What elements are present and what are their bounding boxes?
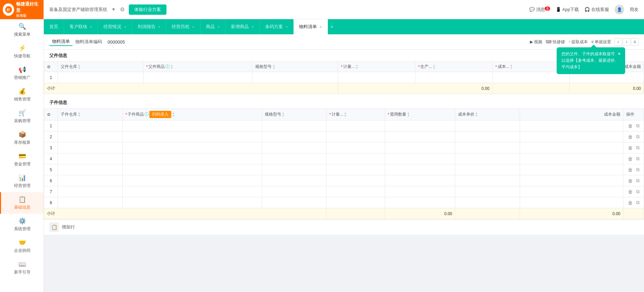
add-row-btn[interactable]: 📋 xyxy=(49,222,59,232)
child-unit-cost-cell-2[interactable] xyxy=(455,131,520,142)
delete-icon-8[interactable]: 🗑 xyxy=(627,200,633,206)
copy-icon-5[interactable]: ⧉ xyxy=(635,167,641,173)
child-goods-cell-8[interactable] xyxy=(122,197,262,208)
message-btn[interactable]: 💬 消息 6 xyxy=(529,7,550,13)
child-warehouse-cell-5[interactable] xyxy=(58,164,123,175)
nav-tab-new-goods[interactable]: 新增商品× xyxy=(225,19,259,34)
child-qty-cell-4[interactable] xyxy=(385,153,455,164)
parent-goods-cell[interactable] xyxy=(143,72,252,83)
child-unit-cost-cell-6[interactable] xyxy=(455,175,520,186)
child-spec-cell-2[interactable] xyxy=(262,131,326,142)
child-unit-cost-cell-7[interactable] xyxy=(455,186,520,197)
scan-btn[interactable]: 扫码录入 xyxy=(149,111,171,118)
nav-tab-close-bom[interactable]: × xyxy=(320,25,322,29)
child-unit-cost-cell-3[interactable] xyxy=(455,142,520,153)
nav-tab-close-goods[interactable]: × xyxy=(218,25,220,29)
nav-tab-history[interactable]: 经营历程× xyxy=(166,19,200,34)
delete-icon-1[interactable]: 🗑 xyxy=(627,123,633,129)
child-goods-cell-2[interactable] xyxy=(122,131,262,142)
dropdown-icon[interactable]: ▼ xyxy=(111,7,116,12)
child-unit-cell-3[interactable] xyxy=(326,142,385,153)
child-goods-cell-5[interactable] xyxy=(122,164,262,175)
child-unit-cell-5[interactable] xyxy=(326,164,385,175)
child-unit-cost-cell-1[interactable] xyxy=(455,120,520,131)
sidebar-item-system[interactable]: ⚙️系统管理 xyxy=(0,214,44,235)
th-settings-child[interactable]: ⚙ xyxy=(44,109,58,120)
child-unit-cell-1[interactable] xyxy=(326,120,385,131)
delete-icon-6[interactable]: 🗑 xyxy=(627,178,633,184)
copy-icon-1[interactable]: ⧉ xyxy=(635,123,641,129)
child-goods-cell-7[interactable] xyxy=(122,186,262,197)
child-goods-cell-1[interactable] xyxy=(122,120,262,131)
child-cost-amount-cell-1[interactable] xyxy=(520,120,623,131)
child-spec-cell-1[interactable] xyxy=(262,120,326,131)
child-qty-cell-5[interactable] xyxy=(385,164,455,175)
child-unit-cell-8[interactable] xyxy=(326,197,385,208)
nav-tab-close-business[interactable]: × xyxy=(124,25,126,29)
child-cost-amount-cell-4[interactable] xyxy=(520,153,623,164)
child-unit-cell-2[interactable] xyxy=(326,131,385,142)
sidebar-item-guide[interactable]: 📖新手引导 xyxy=(0,257,44,279)
bc-bom[interactable]: 物料清单 xyxy=(49,38,73,46)
nav-tab-close-barcode[interactable]: × xyxy=(286,25,288,29)
parent-warehouse-cell[interactable] xyxy=(58,72,144,83)
child-warehouse-cell-3[interactable] xyxy=(58,142,123,153)
nav-close-all[interactable]: × xyxy=(328,24,336,30)
child-warehouse-cell-1[interactable] xyxy=(58,120,123,131)
child-qty-cell-1[interactable] xyxy=(385,120,455,131)
child-spec-cell-4[interactable] xyxy=(262,153,326,164)
sidebar-item-enterprise[interactable]: 🤝企业协同 xyxy=(0,235,44,257)
delete-icon-2[interactable]: 🗑 xyxy=(627,134,633,140)
child-unit-cost-cell-5[interactable] xyxy=(455,164,520,175)
sidebar-item-finance[interactable]: 💳资金管理 xyxy=(0,149,44,171)
online-service-btn[interactable]: 🎧 在线客服 xyxy=(584,7,609,13)
tooltip-close[interactable]: × xyxy=(618,51,620,57)
parent-prod-cell[interactable] xyxy=(415,72,492,83)
nav-tab-barcode[interactable]: 条码方案× xyxy=(260,19,294,34)
copy-icon-7[interactable]: ⧉ xyxy=(635,189,641,195)
child-spec-cell-3[interactable] xyxy=(262,142,326,153)
child-cost-amount-cell-3[interactable] xyxy=(520,142,623,153)
child-warehouse-cell-4[interactable] xyxy=(58,153,123,164)
sidebar-item-basic-info[interactable]: 📋基础信息 xyxy=(0,192,44,214)
nav-tab-home[interactable]: 首页 xyxy=(44,19,64,34)
add-row-label[interactable]: 增加行 xyxy=(62,224,75,230)
shortcut-btn[interactable]: ⌨ 快捷键 xyxy=(546,39,565,45)
delete-icon-3[interactable]: 🗑 xyxy=(627,145,633,151)
child-qty-cell-8[interactable] xyxy=(385,197,455,208)
child-cost-amount-cell-8[interactable] xyxy=(520,197,623,208)
sidebar-item-inventory[interactable]: 📦库存核算 xyxy=(0,127,44,149)
child-unit-cost-cell-8[interactable] xyxy=(455,197,520,208)
nav-tab-bom[interactable]: 物料清单× xyxy=(294,19,327,34)
child-unit-cell-7[interactable] xyxy=(326,186,385,197)
child-spec-cell-8[interactable] xyxy=(262,197,326,208)
sidebar-item-sales[interactable]: 💰销售管理 xyxy=(0,84,44,106)
sidebar-item-quick-nav[interactable]: ⚡快捷导航 xyxy=(0,41,44,62)
sidebar-item-purchase[interactable]: 🛒采购管理 xyxy=(0,106,44,127)
child-qty-cell-6[interactable] xyxy=(385,175,455,186)
child-cost-amount-cell-5[interactable] xyxy=(520,164,623,175)
child-spec-cell-5[interactable] xyxy=(262,164,326,175)
copy-icon-8[interactable]: ⧉ xyxy=(635,200,641,206)
parent-spec-cell[interactable] xyxy=(252,72,338,83)
delete-icon-4[interactable]: 🗑 xyxy=(627,156,633,162)
sidebar-item-search[interactable]: 🔍搜索菜单 xyxy=(0,19,44,41)
app-download-btn[interactable]: 📱 App下载 xyxy=(556,7,579,13)
sidebar-item-operations[interactable]: 📊经营管理 xyxy=(0,171,44,192)
experience-btn[interactable]: 体验行业方案 xyxy=(129,4,166,15)
child-goods-cell-3[interactable] xyxy=(122,142,262,153)
nav-tab-goods[interactable]: 商品× xyxy=(200,19,225,34)
extract-cost-btn[interactable]: ↑ 提取成本 xyxy=(568,39,588,45)
nav-tab-close-customers[interactable]: × xyxy=(90,25,92,29)
delete-icon-5[interactable]: 🗑 xyxy=(627,167,633,173)
nav-tab-profit[interactable]: 利润报告× xyxy=(132,19,166,34)
child-unit-cost-cell-4[interactable] xyxy=(455,153,520,164)
child-cost-amount-cell-2[interactable] xyxy=(520,131,623,142)
child-warehouse-cell-7[interactable] xyxy=(58,186,123,197)
child-goods-cell-6[interactable] xyxy=(122,175,262,186)
sidebar-item-marketing[interactable]: 📢营销推广 xyxy=(0,62,44,84)
child-warehouse-cell-2[interactable] xyxy=(58,131,123,142)
copy-icon-2[interactable]: ⧉ xyxy=(635,134,641,140)
parent-unit-cell[interactable] xyxy=(338,72,415,83)
gear-icon[interactable]: ⚙ xyxy=(120,6,125,13)
